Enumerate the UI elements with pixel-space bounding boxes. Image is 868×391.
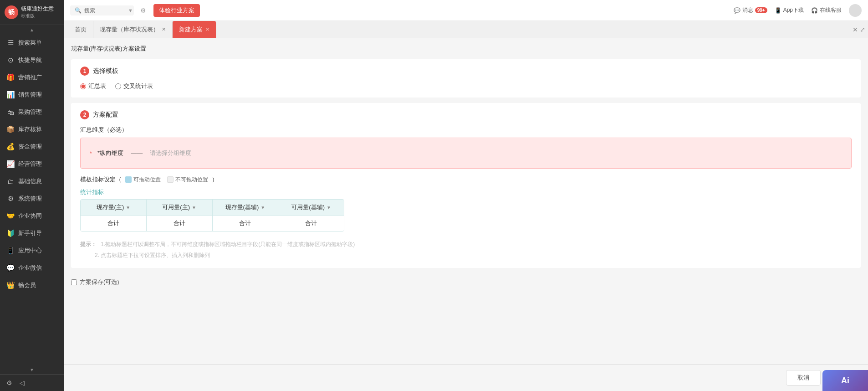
sidebar-item-label: 快捷导航 [18,56,42,64]
member-icon: 👑 [6,281,15,289]
stats-header-row: 现存量(主) ▼ 可用量(主) ▼ 现存量(基辅) ▼ 可用量(基辅) ▼ [81,200,344,215]
nondraggable-label: 不可拖动位置 [175,176,208,184]
stats-col-1-header[interactable]: 现存量(主) ▼ [81,200,147,215]
draggable-label: 可拖动位置 [133,176,161,184]
sidebar-item-label: 库存核算 [18,125,42,134]
topbar-search[interactable]: 🔍 ▼ [70,5,134,15]
system-icon: ⚙ [6,195,15,203]
save-checkbox[interactable] [71,279,77,285]
tab-close-inventory[interactable]: ✕ [162,26,166,32]
purchase-icon: 🛍 [6,108,15,116]
stats-col-4-header[interactable]: 可用量(基辅) ▼ [278,200,344,215]
search-menu-icon: ☰ [6,39,15,47]
step1-badge: 1 [80,67,89,76]
tab-inventory-status[interactable]: 现存量（库存状况表） ✕ [93,21,173,38]
sidebar-scroll-up[interactable]: ▲ [0,25,64,34]
sidebar-item-label: 营销推广 [18,73,42,82]
sidebar-item-wechat[interactable]: 💬 企业微信 [0,259,64,277]
message-item[interactable]: 💬 消息 99+ [734,6,767,14]
radio-summary-input[interactable] [80,83,86,89]
sidebar-item-label: 企业协同 [18,212,42,220]
topbar: 🔍 ▼ ⚙ 体验行业方案 💬 消息 99+ 📱 App下载 🎧 在线客服 [64,0,868,21]
radio-summary[interactable]: 汇总表 [80,82,106,90]
col-2-dropdown-icon[interactable]: ▼ [192,205,196,210]
sidebar-item-marketing[interactable]: 🎁 营销推广 [0,69,64,86]
step2-title: 方案配置 [93,111,118,119]
search-dropdown-icon[interactable]: ▼ [128,8,133,13]
sidebar-item-label: 畅会员 [18,281,36,289]
dimension-required: * [90,150,92,157]
search-input[interactable] [84,7,125,14]
home-tab-label: 首页 [75,26,87,34]
operations-icon: 📈 [6,160,15,168]
message-badge: 99+ [755,7,767,13]
sidebar-item-finance[interactable]: 💰 资金管理 [0,138,64,155]
template-radio-group: 汇总表 交叉统计表 [80,82,852,90]
trial-button[interactable]: 体验行业方案 [153,4,200,17]
stats-body-row: 合计 合计 合计 合计 [81,215,344,231]
tab-home[interactable]: 首页 [68,21,93,38]
guide-icon: 🔰 [6,229,15,237]
sidebar-item-inventory[interactable]: 📦 库存核算 [0,121,64,138]
sidebar-item-member[interactable]: 👑 畅会员 [0,277,64,294]
logo-title: 畅康通好生意 [21,5,54,13]
col-4-dropdown-icon[interactable]: ▼ [327,205,331,210]
inventory-icon: 📦 [6,125,15,134]
col-3-dropdown-icon[interactable]: ▼ [260,205,265,210]
sidebar-logo: 畅 畅康通好生意 标准版 [0,0,64,25]
sidebar-item-label: 新手引导 [18,229,42,237]
legend-nondraggable-item: 不可拖动位置 [167,176,208,184]
sidebar-item-label: 系统管理 [18,195,42,203]
sidebar-item-cooperation[interactable]: 🤝 企业协同 [0,207,64,225]
app-center-icon: 📱 [6,247,15,255]
step2-header: 2 方案配置 [80,110,852,119]
inventory-tab-label: 现存量（库存状况表） [100,26,159,34]
step2-card: 2 方案配置 汇总维度（必选） * *纵向维度 —— 请选择分组维度 模板指标设… [71,103,861,268]
online-service-item[interactable]: 🎧 在线客服 [811,6,842,14]
online-service-label: 在线客服 [820,6,842,14]
tab-close-new-plan[interactable]: ✕ [205,26,209,32]
basic-info-icon: 🗂 [6,178,15,185]
cancel-button[interactable]: 取消 [786,370,821,386]
tab-new-plan[interactable]: 新建方案 ✕ [173,21,216,38]
stats-col-2-header[interactable]: 可用量(主) ▼ [147,200,213,215]
sidebar-scroll-down[interactable]: ▼ [0,365,64,374]
sidebar-item-sales[interactable]: 📊 销售管理 [0,86,64,103]
tab-expand-icon[interactable]: ⤢ [860,26,865,33]
radio-cross[interactable]: 交叉统计表 [115,82,153,90]
tab-close-icon[interactable]: ✕ [853,26,858,33]
volume-icon[interactable]: ◁ [20,379,25,386]
sidebar-item-label: 资金管理 [18,143,42,151]
sidebar-item-label: 应用中心 [18,247,42,255]
sidebar-item-quick-nav[interactable]: ⊙ 快捷导航 [0,51,64,69]
wechat-icon: 💬 [6,264,15,272]
ai-float-button[interactable]: Ai [822,370,868,391]
avatar[interactable] [849,4,862,17]
quick-nav-icon: ⊙ [6,56,15,64]
sidebar-item-search-menu[interactable]: ☰ 搜索菜单 [0,34,64,51]
dimension-box[interactable]: * *纵向维度 —— 请选择分组维度 [80,138,852,169]
radio-cross-input[interactable] [115,83,121,89]
sidebar-item-purchase[interactable]: 🛍 采购管理 [0,103,64,121]
hints-title: 提示： [80,241,97,247]
col-1-dropdown-icon[interactable]: ▼ [126,205,130,210]
footer-bar: 取消 查询 [64,364,868,391]
save-label: 方案保存(可选) [80,278,119,286]
sidebar-item-basic-info[interactable]: 🗂 基础信息 [0,173,64,190]
stats-col-3-header[interactable]: 现存量(基辅) ▼ [213,200,279,215]
sidebar-item-app-center[interactable]: 📱 应用中心 [0,242,64,259]
headset-icon: 🎧 [811,7,818,14]
app-download-item[interactable]: 📱 App下载 [775,6,804,14]
indicator-config-title-suffix: ） [212,175,218,184]
sidebar-item-guide[interactable]: 🔰 新手引导 [0,225,64,242]
main-area: 🔍 ▼ ⚙ 体验行业方案 💬 消息 99+ 📱 App下载 🎧 在线客服 [64,0,868,391]
step1-card: 1 选择模板 汇总表 交叉统计表 [71,59,861,98]
dimension-title: 汇总维度（必选） [80,126,852,134]
topbar-settings-icon[interactable]: ⚙ [140,7,146,14]
sidebar-item-system[interactable]: ⚙ 系统管理 [0,190,64,207]
topbar-right: 💬 消息 99+ 📱 App下载 🎧 在线客服 [734,4,862,17]
settings-icon[interactable]: ⚙ [6,379,12,386]
radio-cross-label: 交叉统计表 [123,82,153,90]
tab-bar-right: ✕ ⤢ [853,26,868,33]
sidebar-item-operations[interactable]: 📈 经营管理 [0,155,64,173]
